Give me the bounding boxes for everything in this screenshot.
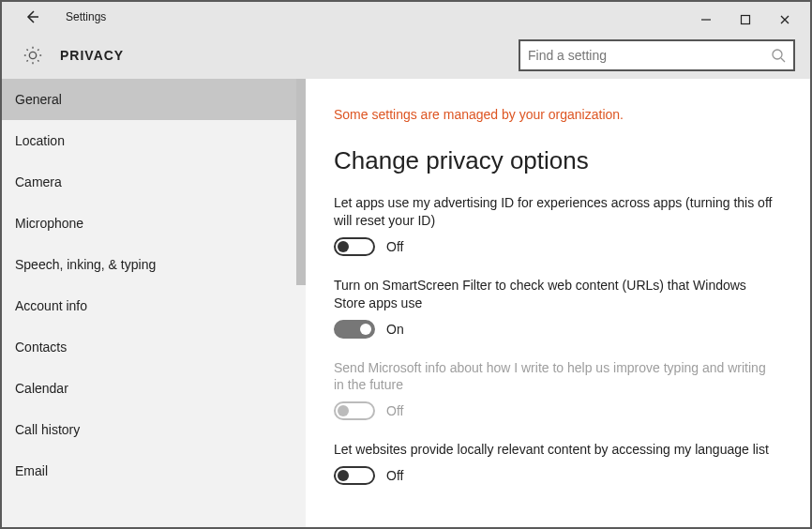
body: General Location Camera Microphone Speec… <box>2 79 810 527</box>
app-title: Settings <box>66 10 106 23</box>
section-title: Change privacy options <box>334 146 773 175</box>
sidebar-item-email[interactable]: Email <box>2 450 306 491</box>
sidebar-item-label: General <box>15 92 62 107</box>
sidebar-item-microphone[interactable]: Microphone <box>2 203 306 244</box>
maximize-button[interactable] <box>726 8 765 32</box>
close-icon <box>779 14 790 25</box>
toggle-state: On <box>386 322 404 337</box>
option-smartscreen: Turn on SmartScreen Filter to check web … <box>334 277 773 339</box>
toggle-state: Off <box>386 239 403 254</box>
toggle-language-list[interactable] <box>334 466 375 485</box>
window-controls <box>686 8 804 32</box>
sidebar-item-label: Call history <box>15 422 80 437</box>
toggle-state: Off <box>386 468 403 483</box>
sidebar-item-label: Location <box>15 133 65 148</box>
sidebar: General Location Camera Microphone Speec… <box>2 79 306 527</box>
gear-icon <box>23 45 43 66</box>
minimize-icon <box>700 14 712 25</box>
sidebar-item-label: Camera <box>15 174 62 189</box>
svg-rect-0 <box>742 16 750 24</box>
sidebar-item-account-info[interactable]: Account info <box>2 285 306 326</box>
option-label: Let apps use my advertising ID for exper… <box>334 194 773 230</box>
arrow-left-icon <box>23 8 40 25</box>
sidebar-scrollbar[interactable] <box>296 79 306 285</box>
toggle-advertising-id[interactable] <box>334 237 375 256</box>
sidebar-item-general[interactable]: General <box>2 79 306 120</box>
toggle-state: Off <box>386 403 403 418</box>
minimize-button[interactable] <box>686 8 726 32</box>
option-advertising-id: Let apps use my advertising ID for exper… <box>334 194 773 256</box>
sidebar-item-camera[interactable]: Camera <box>2 161 306 203</box>
sidebar-item-label: Calendar <box>15 381 68 396</box>
close-button[interactable] <box>765 8 804 32</box>
search-input[interactable] <box>528 48 765 63</box>
sidebar-item-location[interactable]: Location <box>2 120 306 161</box>
settings-window: Settings PRIVACY <box>0 0 812 529</box>
org-notice: Some settings are managed by your organi… <box>334 107 773 122</box>
sidebar-item-label: Contacts <box>15 340 67 355</box>
option-label: Send Microsoft info about how I write to… <box>334 359 773 395</box>
toggle-send-info <box>334 401 375 420</box>
header: Settings PRIVACY <box>2 2 810 79</box>
sidebar-item-label: Email <box>15 463 48 478</box>
sidebar-item-speech[interactable]: Speech, inking, & typing <box>2 244 306 285</box>
maximize-icon <box>740 14 751 25</box>
sidebar-item-label: Speech, inking, & typing <box>15 257 156 272</box>
sidebar-item-label: Account info <box>15 298 87 313</box>
search-box[interactable] <box>519 39 795 71</box>
sidebar-item-label: Microphone <box>15 216 83 231</box>
content: Some settings are managed by your organi… <box>306 79 810 527</box>
back-button[interactable] <box>23 8 41 26</box>
sidebar-item-contacts[interactable]: Contacts <box>2 326 306 368</box>
option-label: Let websites provide locally relevant co… <box>334 441 773 459</box>
option-send-info: Send Microsoft info about how I write to… <box>334 359 773 421</box>
svg-point-1 <box>773 50 782 59</box>
search-icon <box>771 48 786 63</box>
sidebar-item-call-history[interactable]: Call history <box>2 409 306 450</box>
option-label: Turn on SmartScreen Filter to check web … <box>334 277 773 312</box>
category-title: PRIVACY <box>60 48 124 63</box>
toggle-smartscreen[interactable] <box>334 320 375 339</box>
sidebar-item-calendar[interactable]: Calendar <box>2 368 306 409</box>
option-language-list: Let websites provide locally relevant co… <box>334 441 773 485</box>
